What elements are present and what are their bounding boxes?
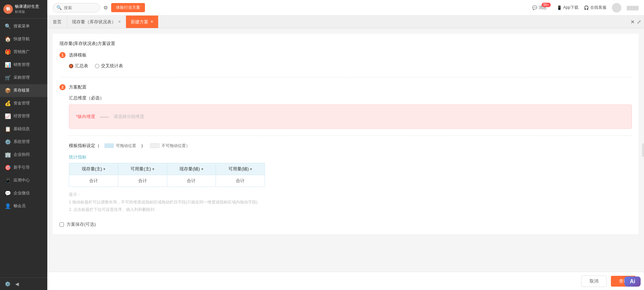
table-header-row: 现存量(主) ▾ 可用量(主) ▾ (69, 163, 265, 175)
service-button[interactable]: 🎧 在线客服 (584, 5, 606, 10)
sidebar-settings-icon[interactable]: ⚙️ (5, 281, 10, 287)
sidebar-item-system[interactable]: ⚙️ 系统管理 (0, 136, 47, 148)
tab-new-plan-close[interactable]: ✕ (150, 20, 153, 24)
cancel-button[interactable]: 取消 (581, 275, 607, 287)
sidebar-item-finance[interactable]: 💰 资金管理 (0, 97, 47, 110)
header-right: 💬 消息 99+ 📱 App下载 🎧 在线客服 ▓▓▓▓ (532, 3, 639, 13)
chevron-down-icon-1: ▾ (152, 167, 154, 171)
save-plan-checkbox[interactable] (59, 222, 64, 227)
col-header-1[interactable]: 可用量(主) ▾ (118, 163, 167, 175)
app-download-button[interactable]: 📱 App下载 (557, 5, 578, 10)
dim-section-label: 汇总维度（必选） (69, 95, 632, 101)
page-title: 现存量(库存状况表)方案设置 (59, 41, 632, 47)
expand-icon[interactable]: ⤢ (637, 19, 641, 25)
tips-item-1: 2. 点击标题栏下拉可设置排序、插入列和删除列 (69, 206, 632, 214)
cell-0-2: 合计 (167, 175, 216, 187)
sidebar-item-quick-nav[interactable]: 🏠 快捷导航 (0, 33, 47, 46)
headset-icon: 🎧 (584, 5, 589, 10)
sidebar-item-sales[interactable]: 📊 销售管理 (0, 58, 47, 71)
tab-inventory-close[interactable]: ✕ (118, 20, 121, 24)
divider-2 (69, 136, 632, 136)
step2-header: 2 方案配置 (59, 84, 632, 90)
radio-summary[interactable]: 汇总表 (69, 63, 88, 69)
base-info-icon: 📋 (5, 126, 11, 132)
step2-num: 2 (59, 84, 66, 90)
sidebar-item-app-center[interactable]: 📱 应用中心 (0, 174, 47, 187)
avatar[interactable] (612, 3, 621, 13)
template-radio-group: 汇总表 交叉统计表 (69, 63, 632, 69)
operations-icon: 📈 (5, 113, 11, 119)
sidebar-logo: 畅 畅康通好生意 标准版 (0, 0, 47, 19)
gear-icon[interactable]: ⚙ (103, 5, 108, 11)
indicator-label: 模板指标设定（ (69, 143, 100, 149)
step1-section: 1 选择模板 汇总表 交叉统计表 (59, 52, 632, 69)
col-header-0[interactable]: 现存量(主) ▾ (69, 163, 118, 175)
logo-text: 畅康通好生意 标准版 (15, 4, 39, 14)
logo-icon: 畅 (3, 4, 13, 14)
save-row: 方案保存(可选) (59, 221, 632, 227)
search-input[interactable] (64, 5, 94, 10)
dim-placeholder[interactable]: 请选择分组维度 (114, 114, 144, 120)
member-icon: 👤 (5, 203, 11, 209)
sidebar-item-wechat[interactable]: 💬 企业微信 (0, 187, 47, 200)
sidebar-item-base-info[interactable]: 📋 基础信息 (0, 123, 47, 136)
dim-required-label: *纵向维度 (76, 114, 95, 120)
message-button[interactable]: 💬 消息 99+ (532, 5, 547, 10)
sidebar-collapse-icon[interactable]: ◀ (15, 281, 19, 287)
search-menu-icon: 🔍 (5, 23, 11, 29)
dim-area[interactable]: *纵向维度 —— 请选择分组维度 (69, 104, 632, 129)
cell-0-3: 合计 (216, 175, 265, 187)
trial-button[interactable]: 体验行业方案 (111, 3, 145, 12)
drag-label: 可拖动位置 (116, 143, 136, 149)
step2-title: 方案配置 (69, 84, 86, 90)
sales-icon: 📊 (5, 62, 11, 68)
close-panel-icon[interactable]: ✕ (630, 19, 635, 25)
sidebar: 畅 畅康通好生意 标准版 🔍 搜索菜单 🏠 快捷导航 🎁 营销推广 📊 销售管理… (0, 0, 47, 290)
resize-handle[interactable] (642, 143, 644, 157)
radio-cross[interactable]: 交叉统计表 (95, 63, 123, 69)
ai-badge[interactable]: Ai (624, 276, 641, 287)
col-header-2[interactable]: 现存量(辅) ▾ (167, 163, 216, 175)
radio-cross-input[interactable] (95, 64, 99, 68)
tab-bar: 首页 现存量（库存状况表） ✕ 新建方案 ✕ ✕ ⤢ (47, 16, 644, 28)
sidebar-item-purchase[interactable]: 🛒 采购管理 (0, 71, 47, 84)
tab-home[interactable]: 首页 (47, 16, 67, 28)
sidebar-item-marketing[interactable]: 🎁 营销推广 (0, 46, 47, 58)
sidebar-item-operations[interactable]: 📈 经营管理 (0, 110, 47, 123)
indicator-nodrag-item: 不可拖动位置） (150, 143, 190, 149)
col-header-3[interactable]: 可用量(辅) ▾ (216, 163, 265, 175)
sidebar-nav: 🔍 搜索菜单 🏠 快捷导航 🎁 营销推广 📊 销售管理 🛒 采购管理 📦 库存核… (0, 19, 47, 277)
tab-new-plan[interactable]: 新建方案 ✕ (126, 16, 158, 28)
tab-inventory[interactable]: 现存量（库存状况表） ✕ (67, 16, 126, 28)
purchase-icon: 🛒 (5, 75, 11, 81)
content-area: 现存量(库存状况表)方案设置 1 选择模板 汇总表 交叉统计 (47, 28, 644, 272)
step1-header: 1 选择模板 (59, 52, 632, 58)
enterprise-icon: 🏢 (5, 152, 11, 158)
step2-section: 2 方案配置 汇总维度（必选） *纵向维度 —— 请选择分组维度 (59, 84, 632, 213)
header-search-bar[interactable]: 🔍 (53, 3, 100, 13)
radio-summary-input[interactable] (69, 64, 73, 68)
sidebar-item-newbie[interactable]: 🎯 新手引导 (0, 161, 47, 174)
tips-item-0: 1.拖动标题栏可以调整布局，不可跨维度或指标区域拖动栏目字段(只能在同一维度或指… (69, 199, 632, 206)
drag-indicator-box (104, 143, 114, 148)
username[interactable]: ▓▓▓▓ (627, 5, 639, 10)
finance-icon: 💰 (5, 100, 11, 106)
nodrag-label: 不可拖动位置） (162, 143, 190, 149)
step1-content: 汇总表 交叉统计表 (59, 63, 632, 69)
cell-0-0: 合计 (69, 175, 118, 187)
stats-table: 现存量(主) ▾ 可用量(主) ▾ (69, 163, 265, 187)
dim-arrow: —— (100, 114, 109, 119)
sidebar-item-enterprise[interactable]: 🏢 企业协同 (0, 148, 47, 161)
message-icon: 💬 (532, 5, 537, 10)
chevron-down-icon-0: ▾ (103, 167, 105, 171)
cell-0-1: 合计 (118, 175, 167, 187)
sidebar-item-inventory[interactable]: 📦 库存核算 (0, 84, 47, 97)
newbie-icon: 🎯 (5, 165, 11, 171)
stats-label: 统计指标 (69, 154, 632, 160)
sidebar-item-search-menu[interactable]: 🔍 搜索菜单 (0, 20, 47, 33)
top-header: 🔍 ⚙ 体验行业方案 💬 消息 99+ 📱 App下载 🎧 在线客服 ▓▓▓▓ (47, 0, 644, 16)
sidebar-item-member[interactable]: 👤 畅会员 (0, 200, 47, 213)
marketing-icon: 🎁 (5, 49, 11, 55)
indicator-drag-item: 可拖动位置 (104, 143, 136, 149)
chevron-down-icon-3: ▾ (250, 167, 252, 171)
